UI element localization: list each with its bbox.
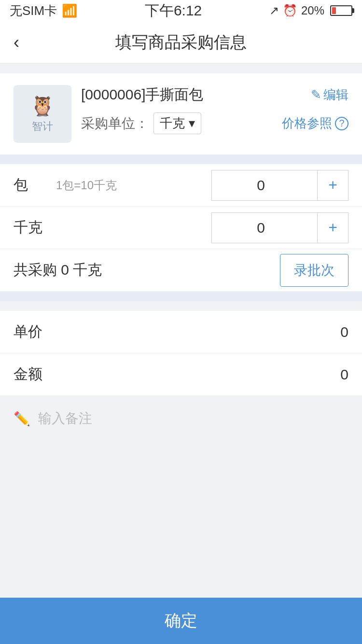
- price-section: 单价 0 金额 0: [0, 311, 362, 396]
- bag-plus-button[interactable]: +: [318, 170, 348, 201]
- product-thumb-icon: 🦉: [30, 95, 55, 117]
- summary-text: 共采购 0 千克: [14, 260, 102, 280]
- product-thumbnail: 🦉 智计: [14, 85, 71, 143]
- quantity-section: 包 1包=10千克 + 千克 + 共采购 0 千克 录批次: [0, 164, 362, 292]
- back-button[interactable]: ‹: [14, 32, 19, 53]
- edit-button[interactable]: ✎ 编辑: [311, 86, 348, 103]
- note-section[interactable]: ✏️ 输入备注: [0, 396, 362, 441]
- battery-icon: [330, 5, 352, 16]
- bag-label: 包: [14, 175, 52, 195]
- unit-prefix-label: 采购单位：: [81, 114, 149, 133]
- bag-input-group: +: [211, 170, 348, 201]
- carrier-text: 无SIM卡: [10, 2, 57, 19]
- confirm-button[interactable]: 确定: [0, 598, 362, 644]
- status-time: 下午6:12: [145, 1, 202, 21]
- bag-sublabel: 1包=10千克: [56, 178, 117, 193]
- chevron-down-icon: ▾: [189, 116, 195, 131]
- batch-button[interactable]: 录批次: [280, 254, 348, 287]
- header: ‹ 填写商品采购信息: [0, 21, 362, 64]
- divider-middle: [0, 292, 362, 301]
- bag-quantity-input[interactable]: [211, 170, 318, 201]
- kg-input-group: +: [211, 212, 348, 243]
- note-placeholder: 输入备注: [38, 409, 92, 428]
- amount-value: 0: [340, 366, 348, 383]
- price-ref-label: 价格参照: [282, 115, 332, 132]
- unit-price-row: 单价 0: [0, 311, 362, 353]
- status-bar: 无SIM卡 📶 下午6:12 ↗ ⏰ 20%: [0, 0, 362, 21]
- unit-row: 采购单位： 千克 ▾ 价格参照 ?: [81, 112, 348, 134]
- product-card: 🦉 智计 [0000006]手撕面包 ✎ 编辑 采购单位： 千克 ▾ 价格参照 …: [0, 73, 362, 154]
- summary-row: 共采购 0 千克 录批次: [0, 249, 362, 292]
- plus-icon-kg: +: [328, 219, 337, 237]
- product-name: [0000006]手撕面包: [81, 85, 203, 105]
- product-thumb-label: 智计: [32, 119, 53, 134]
- amount-label: 金额: [14, 364, 42, 384]
- location-icon: ↗: [269, 4, 279, 17]
- edit-icon: ✎: [311, 87, 321, 102]
- pencil-icon: ✏️: [14, 411, 30, 427]
- product-name-row: [0000006]手撕面包 ✎ 编辑: [81, 85, 348, 105]
- price-ref-button[interactable]: 价格参照 ?: [282, 115, 348, 132]
- plus-icon: +: [328, 176, 337, 194]
- confirm-label: 确定: [165, 610, 197, 632]
- page-title: 填写商品采购信息: [115, 31, 247, 54]
- wifi-icon: 📶: [62, 3, 77, 18]
- alarm-icon: ⏰: [283, 4, 297, 17]
- product-info: [0000006]手撕面包 ✎ 编辑 采购单位： 千克 ▾ 价格参照 ?: [81, 85, 348, 134]
- content-area: [0, 441, 362, 596]
- bag-input-row: 包 1包=10千克 +: [0, 164, 362, 207]
- amount-row: 金额 0: [0, 353, 362, 396]
- unit-price-value: 0: [340, 324, 348, 340]
- divider-top: [0, 154, 362, 164]
- status-left: 无SIM卡 📶: [10, 2, 77, 19]
- kg-plus-button[interactable]: +: [318, 212, 348, 243]
- unit-value: 千克: [160, 115, 185, 132]
- kg-quantity-input[interactable]: [211, 212, 318, 243]
- unit-price-label: 单价: [14, 322, 42, 342]
- kg-input-row: 千克 +: [0, 207, 362, 249]
- kg-label: 千克: [14, 218, 52, 238]
- status-right: ↗ ⏰ 20%: [269, 4, 352, 17]
- unit-select-dropdown[interactable]: 千克 ▾: [153, 112, 201, 134]
- battery-percent: 20%: [301, 4, 324, 17]
- unit-selector-group: 采购单位： 千克 ▾: [81, 112, 201, 134]
- edit-label: 编辑: [323, 86, 348, 103]
- help-icon: ?: [335, 117, 348, 130]
